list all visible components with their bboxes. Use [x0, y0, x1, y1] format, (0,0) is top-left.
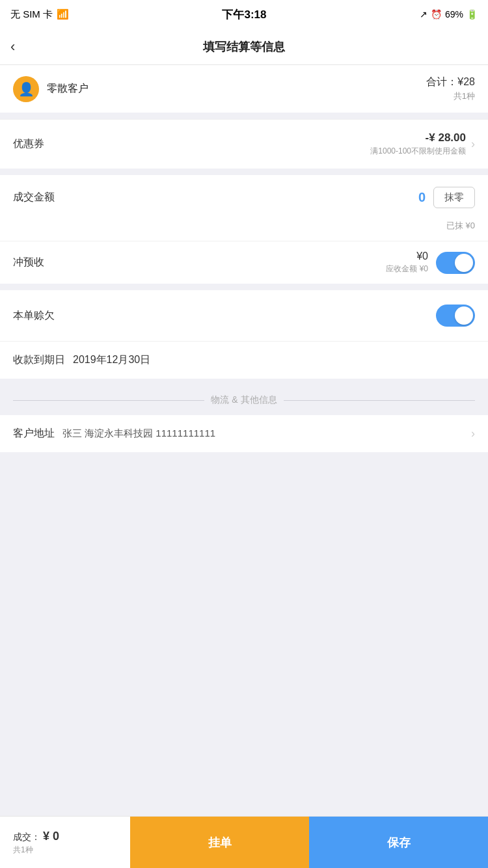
bottom-deal: 成交： ¥ 0 [13, 830, 117, 843]
logistics-divider: 物流 & 其他信息 [0, 385, 488, 415]
address-chevron-icon: › [471, 427, 475, 441]
address-value: 张三 海淀永丰科技园 11111111111 [62, 427, 471, 440]
divider-line-right [284, 400, 475, 401]
main-content: 👤 零散客户 合计：¥28 共1种 优惠券 -¥ 28.00 满1000-100… [0, 65, 488, 517]
alarm-icon: ⏰ [431, 9, 442, 20]
customer-left: 👤 零散客户 [13, 76, 88, 102]
deal-amount: ¥ 0 [43, 830, 59, 843]
avatar-icon: 👤 [18, 81, 34, 97]
divider-line-left [13, 400, 204, 401]
bottom-count: 共1种 [13, 845, 117, 856]
due-date-row: 收款到期日 2019年12月30日 [0, 341, 488, 379]
debit-toggle[interactable] [436, 305, 475, 327]
nav-bar: ‹ 填写结算等信息 [0, 29, 488, 65]
page-title: 填写结算等信息 [203, 39, 285, 55]
transaction-value: 0 [418, 190, 426, 205]
battery-percent: 69% [445, 9, 463, 20]
wifi-icon: 📶 [57, 8, 69, 20]
coupon-section[interactable]: 优惠券 -¥ 28.00 满1000-100不限制使用金额 › [0, 119, 488, 169]
status-right: ↗ ⏰ 69% 🔋 [420, 9, 478, 20]
save-button[interactable]: 保存 [309, 817, 488, 868]
coupon-right: -¥ 28.00 满1000-100不限制使用金额 › [370, 131, 475, 157]
customer-name: 零散客户 [47, 82, 88, 96]
transaction-row: 成交金额 0 抹零 [0, 175, 488, 220]
prereceive-row: 冲预收 ¥0 应收金额 ¥0 [0, 241, 488, 284]
debit-label: 本单赊欠 [13, 309, 55, 323]
battery-icon: 🔋 [467, 9, 478, 20]
due-date-value: 2019年12月30日 [73, 353, 150, 367]
customer-row: 👤 零散客户 合计：¥28 共1种 [0, 65, 488, 113]
deal-label: 成交： [13, 832, 40, 842]
transaction-right: 0 抹零 [418, 187, 475, 208]
bottom-bar: 成交： ¥ 0 共1种 挂单 保存 [0, 816, 488, 868]
prereceive-toggle[interactable] [436, 252, 475, 274]
prereceive-amount: ¥0 [386, 251, 428, 262]
transaction-label: 成交金额 [13, 191, 55, 204]
debit-row: 本单赊欠 [0, 290, 488, 341]
coupon-row[interactable]: 优惠券 -¥ 28.00 满1000-100不限制使用金额 › [0, 119, 488, 169]
location-icon: ↗ [420, 9, 427, 20]
address-section[interactable]: 客户地址 张三 海淀永丰科技园 11111111111 › [0, 415, 488, 452]
coupon-label: 优惠券 [13, 137, 44, 151]
status-time: 下午3:18 [222, 7, 266, 22]
transaction-prereceive-section: 成交金额 0 抹零 已抹 ¥0 冲预收 ¥0 应收金额 ¥0 [0, 175, 488, 284]
discount-note: 满1000-100不限制使用金额 [370, 146, 466, 157]
sim-status: 无 SIM 卡 [10, 8, 53, 21]
prereceive-value: ¥0 应收金额 ¥0 [386, 251, 428, 275]
bottom-info: 成交： ¥ 0 共1种 [0, 830, 130, 856]
total-amount: 合计：¥28 [426, 75, 475, 89]
prereceive-sub: 应收金额 ¥0 [386, 264, 428, 275]
coupon-value: -¥ 28.00 满1000-100不限制使用金额 [370, 131, 466, 157]
status-bar: 无 SIM 卡 📶 下午3:18 ↗ ⏰ 69% 🔋 [0, 0, 488, 29]
customer-right: 合计：¥28 共1种 [426, 75, 475, 102]
address-row[interactable]: 客户地址 张三 海淀永丰科技园 11111111111 › [0, 415, 488, 452]
address-label: 客户地址 [13, 427, 55, 441]
total-count: 共1种 [426, 90, 475, 102]
back-button[interactable]: ‹ [10, 38, 15, 55]
already-rounded-text: 已抹 ¥0 [0, 220, 488, 241]
discount-amount: -¥ 28.00 [370, 131, 466, 144]
customer-section: 👤 零散客户 合计：¥28 共1种 [0, 65, 488, 113]
status-left: 无 SIM 卡 📶 [10, 8, 69, 21]
due-date-label: 收款到期日 [13, 353, 65, 367]
round-button[interactable]: 抹零 [433, 187, 475, 208]
chevron-right-icon: › [471, 137, 475, 151]
logistics-label: 物流 & 其他信息 [211, 394, 277, 406]
debit-section: 本单赊欠 收款到期日 2019年12月30日 [0, 290, 488, 379]
prereceive-right: ¥0 应收金额 ¥0 [386, 251, 475, 275]
customer-avatar: 👤 [13, 76, 39, 102]
prereceive-label: 冲预收 [13, 256, 44, 269]
pending-button[interactable]: 挂单 [130, 817, 309, 868]
